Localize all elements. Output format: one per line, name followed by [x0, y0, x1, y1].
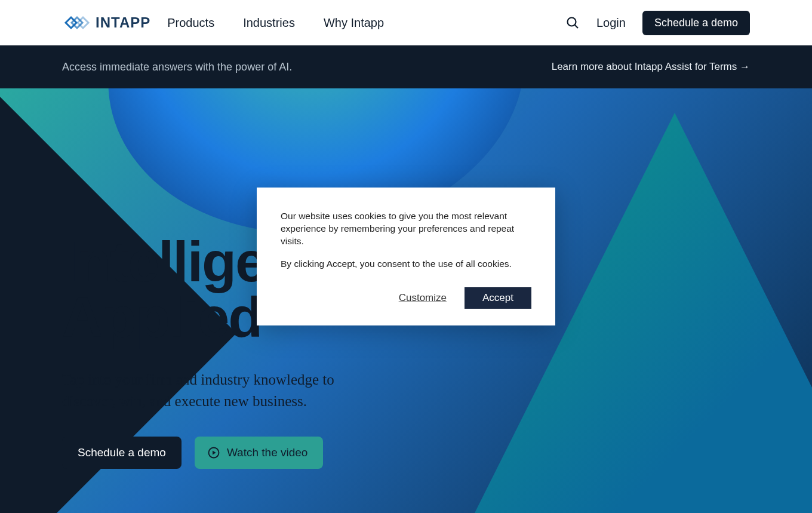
- cookie-modal-actions: Customize Accept: [281, 287, 531, 309]
- cookie-modal: Our website uses cookies to give you the…: [257, 188, 555, 326]
- accept-button[interactable]: Accept: [465, 287, 531, 309]
- cookie-text-2: By clicking Accept, you consent to the u…: [281, 258, 531, 271]
- cookie-overlay: Our website uses cookies to give you the…: [0, 0, 812, 513]
- customize-button[interactable]: Customize: [399, 292, 447, 304]
- cookie-text-1: Our website uses cookies to give you the…: [281, 210, 531, 248]
